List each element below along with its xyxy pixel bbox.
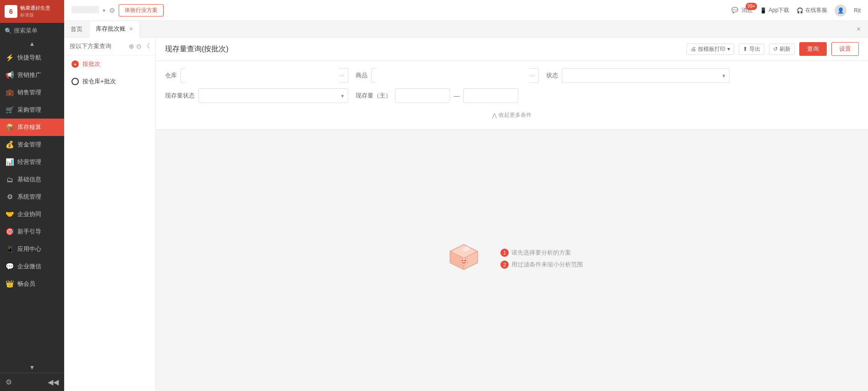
- sidebar-item-label-sales: 销售管理: [17, 88, 41, 97]
- vip-icon: 👑: [5, 280, 14, 288]
- refresh-btn[interactable]: ↺ 刷新: [769, 43, 795, 55]
- username[interactable]: Rit: [854, 7, 861, 14]
- sidebar-item-app-center[interactable]: 📱 应用中心: [0, 240, 64, 258]
- sidebar-item-label-basic: 基础信息: [17, 175, 41, 184]
- svg-point-7: [465, 260, 466, 261]
- finance-icon: 💰: [5, 141, 14, 149]
- collapse-left-panel-btn[interactable]: 《: [143, 42, 150, 50]
- trial-btn[interactable]: 体验行业方案: [119, 4, 164, 16]
- print-btn[interactable]: 🖨 按模板打印 ▾: [687, 43, 734, 55]
- message-btn[interactable]: 💬 99+ 消息: [731, 6, 753, 14]
- filter-stock-qty: 现存量（主） —: [356, 88, 539, 103]
- main: ▾ ⚙ 体验行业方案 💬 99+ 消息 📱 App下载 🎧 在线客服 👤 Rit: [64, 0, 868, 391]
- collapse-icon: ⋀: [492, 112, 497, 119]
- sidebar-item-system[interactable]: ⚙ 系统管理: [0, 188, 64, 206]
- product-input-wrap[interactable]: ···: [371, 68, 539, 83]
- sidebar-company-name: 畅康通好生意: [20, 5, 50, 11]
- close-all-tabs-icon[interactable]: ×: [857, 25, 861, 33]
- app-center-icon: 📱: [5, 245, 14, 253]
- sidebar-item-operations[interactable]: 📊 经营管理: [0, 153, 64, 171]
- product-input[interactable]: [375, 68, 530, 83]
- sidebar-item-newbie[interactable]: 🎯 新手引导: [0, 223, 64, 240]
- status-select[interactable]: ▾: [562, 68, 730, 83]
- scheme-settings-btn[interactable]: ⊙: [136, 43, 142, 50]
- export-label: 导出: [749, 45, 760, 53]
- left-panel-title: 按以下方案查询: [70, 42, 111, 50]
- query-btn[interactable]: 查询: [799, 42, 827, 56]
- sidebar-item-basic[interactable]: 🗂 基础信息: [0, 171, 64, 188]
- quick-nav-icon: ⚡: [5, 54, 14, 62]
- stock-qty-max-input[interactable]: [463, 88, 518, 103]
- scheme-dot-by-batch: ●: [71, 60, 79, 68]
- sidebar-search[interactable]: 🔍 搜索菜单: [0, 23, 64, 38]
- sidebar-item-label-finance: 资金管理: [17, 141, 41, 149]
- settings-btn[interactable]: 设置: [831, 42, 859, 56]
- topbar-dropdown-icon[interactable]: ▾: [103, 7, 105, 14]
- svg-point-6: [462, 260, 463, 261]
- scheme-item-by-batch[interactable]: ● 按批次: [64, 55, 155, 73]
- refresh-label: 刷新: [780, 45, 791, 53]
- hint-text-1: 请先选择要分析的方案: [511, 249, 571, 257]
- sidebar-item-inventory[interactable]: 📦 库存核算: [0, 119, 64, 136]
- sidebar-item-marketing[interactable]: 📢 营销推广: [0, 66, 64, 84]
- sidebar-item-label-purchase: 采购管理: [17, 106, 41, 114]
- purchase-icon: 🛒: [5, 106, 14, 114]
- basic-icon: 🗂: [5, 175, 14, 184]
- status-label: 状态: [546, 71, 558, 80]
- collapse-sidebar-icon[interactable]: ◀◀: [48, 378, 59, 386]
- sidebar-item-enterprise[interactable]: 🤝 企业协同: [0, 206, 64, 223]
- warehouse-input-wrap[interactable]: ···: [181, 68, 348, 83]
- scheme-label-by-batch: 按批次: [82, 60, 100, 68]
- system-icon: ⚙: [5, 193, 14, 201]
- sidebar-item-label-newbie: 新手引导: [17, 228, 41, 236]
- sidebar-scroll-up[interactable]: ▲: [0, 38, 64, 49]
- empty-hints: 1 请先选择要分析的方案 2 用过滤条件来缩小分析范围: [500, 249, 583, 272]
- status-dropdown-icon: ▾: [722, 72, 725, 79]
- stock-status-select[interactable]: ▾: [198, 88, 348, 103]
- tab-inventory-batch[interactable]: 库存批次账 ×: [89, 21, 140, 38]
- left-panel-header: 按以下方案查询 ⊕ ⊙ 《: [64, 38, 155, 55]
- sidebar-item-finance[interactable]: 💰 资金管理: [0, 136, 64, 153]
- sidebar-item-quick-nav[interactable]: ⚡ 快捷导航: [0, 49, 64, 66]
- sidebar-menu: ⚡ 快捷导航 📢 营销推广 💼 销售管理 🛒 采购管理 📦 库存核算 💰 资金管…: [0, 49, 64, 362]
- export-icon: ⬆: [743, 46, 747, 52]
- product-dots-btn[interactable]: ···: [530, 72, 535, 79]
- sidebar-item-vip[interactable]: 👑 畅会员: [0, 275, 64, 293]
- warehouse-dots-btn[interactable]: ···: [340, 72, 344, 79]
- right-panel: 现存量查询(按批次) 🖨 按模板打印 ▾ ⬆ 导出 ↺ 刷新: [156, 38, 868, 391]
- left-panel-actions: ⊕ ⊙ 《: [129, 42, 150, 50]
- filter-row-1: 仓库 ··· 商品 ···: [165, 68, 859, 83]
- stock-status-dropdown-icon: ▾: [341, 92, 344, 99]
- enterprise-icon: 🤝: [5, 210, 14, 218]
- print-dropdown-icon[interactable]: ▾: [727, 46, 730, 52]
- service-icon: 🎧: [797, 7, 803, 14]
- sidebar-item-purchase[interactable]: 🛒 采购管理: [0, 101, 64, 119]
- message-badge: 99+: [746, 3, 757, 10]
- stock-qty-min-input[interactable]: [395, 88, 450, 103]
- online-service-btn[interactable]: 🎧 在线客服: [797, 6, 827, 14]
- app-download-btn[interactable]: 📱 App下载: [760, 6, 789, 14]
- tab-home[interactable]: 首页: [64, 21, 89, 37]
- user-avatar[interactable]: 👤: [835, 5, 846, 16]
- print-icon: 🖨: [691, 46, 696, 52]
- sidebar-item-label-system: 系统管理: [17, 193, 41, 201]
- sidebar-logo: 6: [5, 5, 17, 18]
- page-header: 现存量查询(按批次) 🖨 按模板打印 ▾ ⬆ 导出 ↺ 刷新: [156, 38, 868, 61]
- warehouse-input[interactable]: [185, 68, 340, 83]
- sidebar-scroll-down[interactable]: ▼: [0, 362, 64, 373]
- sidebar-item-wechat[interactable]: 💬 企业微信: [0, 258, 64, 275]
- svg-point-5: [460, 258, 467, 265]
- collapse-filter-btn[interactable]: ⋀ 收起更多条件: [165, 109, 859, 122]
- sidebar-item-sales[interactable]: 💼 销售管理: [0, 84, 64, 101]
- settings-icon[interactable]: ⚙: [5, 378, 12, 386]
- empty-hint-1: 1 请先选择要分析的方案: [500, 249, 583, 257]
- topbar-gear-icon[interactable]: ⚙: [109, 6, 115, 15]
- scheme-item-by-warehouse-batch[interactable]: 按仓库+批次: [64, 73, 155, 90]
- add-scheme-btn[interactable]: ⊕: [129, 43, 134, 50]
- export-btn[interactable]: ⬆ 导出: [739, 43, 764, 55]
- sidebar-edition: 标准版: [20, 12, 50, 18]
- topbar-breadcrumb: [71, 6, 99, 15]
- app-download-label: App下载: [769, 6, 789, 14]
- tab-close-inventory-batch[interactable]: ×: [129, 25, 133, 33]
- sidebar-header: 6 畅康通好生意 标准版: [0, 0, 64, 23]
